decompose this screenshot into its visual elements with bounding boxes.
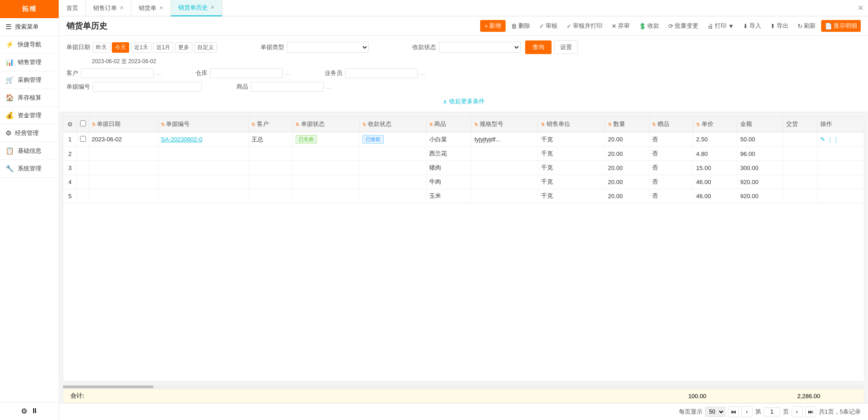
row-checkbox[interactable] bbox=[77, 147, 89, 161]
sidebar-item-operation[interactable]: ⚙ 经营管理 bbox=[0, 125, 59, 142]
date-btn-month[interactable]: 近1月 bbox=[153, 42, 174, 53]
col-unit[interactable]: ⇅ 销售单位 bbox=[538, 116, 605, 132]
per-page-select[interactable]: 50 bbox=[705, 407, 725, 417]
new-button[interactable]: + 新增 bbox=[480, 20, 506, 32]
refresh-button[interactable]: ↻ 刷新 bbox=[794, 20, 819, 32]
cell-amount: 96.00 bbox=[738, 147, 783, 161]
col-qty[interactable]: ⇅ 数量 bbox=[605, 116, 649, 132]
customer-dots[interactable]: ... bbox=[156, 70, 161, 76]
prev-page-btn[interactable]: ‹ bbox=[742, 406, 753, 417]
sidebar-item-system-mgmt[interactable]: 🔧 系统管理 bbox=[0, 160, 59, 178]
operation-icon: ⚙ bbox=[5, 129, 11, 137]
pagination: 每页显示 50 ⏮ ‹ 第 页 › ⏭ 共1页，5条记录 bbox=[59, 403, 868, 420]
last-page-btn[interactable]: ⏭ bbox=[805, 406, 816, 417]
inventory-icon: 🏠 bbox=[5, 94, 14, 102]
tab-sales-order-close[interactable]: ✕ bbox=[120, 5, 124, 11]
audit-button[interactable]: ✓ 审核 bbox=[536, 20, 561, 32]
col-goods[interactable]: ⇅ 商品 bbox=[426, 116, 472, 132]
doc-type-select[interactable] bbox=[287, 42, 369, 53]
tab-sales-order[interactable]: 销售订单 ✕ bbox=[86, 0, 131, 16]
action-more-icon[interactable]: ⋮⋮ bbox=[827, 136, 839, 143]
doc-no-link[interactable]: SA-20230602-0 bbox=[161, 136, 202, 143]
row-checkbox[interactable] bbox=[77, 132, 89, 147]
first-page-btn[interactable]: ⏮ bbox=[728, 406, 739, 417]
import-button[interactable]: ⬇ 导入 bbox=[739, 20, 765, 32]
query-button[interactable]: 查询 bbox=[525, 40, 552, 54]
tab-sales-history[interactable]: 销货单历史 ✕ bbox=[171, 0, 222, 16]
col-spec[interactable]: ⇅ 规格型号 bbox=[472, 116, 538, 132]
row-checkbox[interactable] bbox=[77, 161, 89, 175]
agent-input[interactable] bbox=[345, 68, 418, 78]
col-doc-no[interactable]: ⇅ 单据编号 bbox=[158, 116, 248, 132]
col-settings[interactable]: ⚙ bbox=[63, 116, 77, 132]
col-checkbox[interactable] bbox=[77, 116, 89, 132]
col-amount[interactable]: 金额 bbox=[738, 116, 783, 132]
audit-print-button[interactable]: ✓ 审核并打印 bbox=[563, 20, 606, 32]
date-btn-custom[interactable]: 自定义 bbox=[194, 42, 217, 53]
collect-status-badge: 已收款 bbox=[362, 135, 384, 144]
date-btn-more[interactable]: 更多 bbox=[175, 42, 192, 53]
date-btn-week[interactable]: 近1天 bbox=[131, 42, 151, 53]
filter-date: 单据日期 昨天 今天 近1天 近1月 更多 自定义 bbox=[66, 42, 217, 53]
goods-input[interactable] bbox=[251, 82, 324, 92]
collect-button[interactable]: 💲 收款 bbox=[635, 20, 663, 32]
sidebar-collapse-icon[interactable]: ⏸ bbox=[31, 407, 38, 415]
goods-dots[interactable]: ... bbox=[326, 84, 331, 90]
batch-change-button[interactable]: ⟳ 批量变更 bbox=[665, 20, 702, 32]
abandon-button[interactable]: ✕ 弃审 bbox=[608, 20, 633, 32]
print-label: 打印 bbox=[715, 22, 727, 30]
audit-icon: ✓ bbox=[539, 23, 544, 30]
cell-customer bbox=[249, 175, 293, 189]
row-checkbox[interactable] bbox=[77, 175, 89, 189]
warehouse-input[interactable] bbox=[210, 68, 283, 78]
cell-unit: 千克 bbox=[538, 147, 605, 161]
sidebar-settings-icon[interactable]: ⚙ bbox=[21, 407, 27, 415]
col-collect-status[interactable]: ⇅ 收款状态 bbox=[360, 116, 426, 132]
collect-status-select[interactable] bbox=[439, 42, 521, 53]
tab-sales-history-close[interactable]: ✕ bbox=[211, 5, 215, 10]
agent-dots[interactable]: ... bbox=[421, 70, 425, 76]
select-all-checkbox[interactable] bbox=[80, 120, 86, 126]
export-button[interactable]: ⬆ 导出 bbox=[767, 20, 792, 32]
sidebar-item-sales-mgmt[interactable]: 📊 销售管理 bbox=[0, 54, 59, 71]
col-doc-status[interactable]: ⇅ 单据状态 bbox=[293, 116, 360, 132]
row-checkbox[interactable] bbox=[77, 189, 89, 203]
cell-doc_status bbox=[293, 161, 360, 175]
col-transaction[interactable]: 交货 bbox=[783, 116, 818, 132]
scrollbar-thumb[interactable] bbox=[63, 385, 154, 388]
col-customer[interactable]: ⇅ 客户 bbox=[249, 116, 293, 132]
tab-bar-close[interactable]: ✕ bbox=[853, 0, 868, 16]
print-button[interactable]: 🖨 打印 ▼ bbox=[704, 20, 738, 32]
tab-sales-goods-close[interactable]: ✕ bbox=[159, 5, 163, 11]
sidebar-item-inventory[interactable]: 🏠 库存核算 bbox=[0, 89, 59, 107]
tab-sales-goods[interactable]: 销货单 ✕ bbox=[131, 0, 171, 16]
next-page-btn[interactable]: › bbox=[792, 406, 803, 417]
sidebar-item-basic-info[interactable]: 📋 基础信息 bbox=[0, 142, 59, 160]
collapse-button[interactable]: ∧ 收起更多条件 bbox=[66, 95, 861, 107]
row-checkbox-input[interactable] bbox=[80, 136, 86, 142]
customer-input[interactable] bbox=[81, 68, 154, 78]
sidebar-item-quick-nav[interactable]: ⚡ 快捷导航 bbox=[0, 36, 59, 54]
table-settings-icon[interactable]: ⚙ bbox=[67, 121, 73, 128]
doc-no-input[interactable] bbox=[93, 82, 202, 92]
sidebar-item-search-menu[interactable]: ☰ 搜索菜单 bbox=[0, 18, 59, 36]
collect-status-label: 收款状态 bbox=[412, 43, 436, 51]
col-price[interactable]: ⇅ 单价 bbox=[693, 116, 738, 132]
sidebar-item-purchase-mgmt[interactable]: 🛒 采购管理 bbox=[0, 71, 59, 89]
date-btn-yesterday[interactable]: 昨天 bbox=[93, 42, 110, 53]
tab-home[interactable]: 首页 bbox=[59, 0, 86, 16]
sidebar-item-finance[interactable]: 💰 资金管理 bbox=[0, 107, 59, 125]
action-edit-icon[interactable]: ✎ bbox=[820, 136, 825, 143]
date-btn-today[interactable]: 今天 bbox=[112, 42, 129, 53]
sort-icon: ⇅ bbox=[362, 122, 366, 127]
horizontal-scrollbar[interactable] bbox=[63, 385, 864, 389]
delete-button[interactable]: 🗑 删除 bbox=[507, 20, 534, 32]
tab-sales-goods-label: 销货单 bbox=[139, 4, 156, 12]
warehouse-dots[interactable]: ... bbox=[286, 70, 290, 76]
setting-button[interactable]: 设置 bbox=[554, 40, 578, 54]
cell-doc_no bbox=[158, 147, 248, 161]
page-input[interactable] bbox=[764, 407, 780, 416]
col-date[interactable]: ⇅ 单据日期 bbox=[89, 116, 158, 132]
show-detail-button[interactable]: 📄 显示明细 bbox=[821, 20, 861, 32]
col-gift[interactable]: ⇅ 赠品 bbox=[649, 116, 693, 132]
